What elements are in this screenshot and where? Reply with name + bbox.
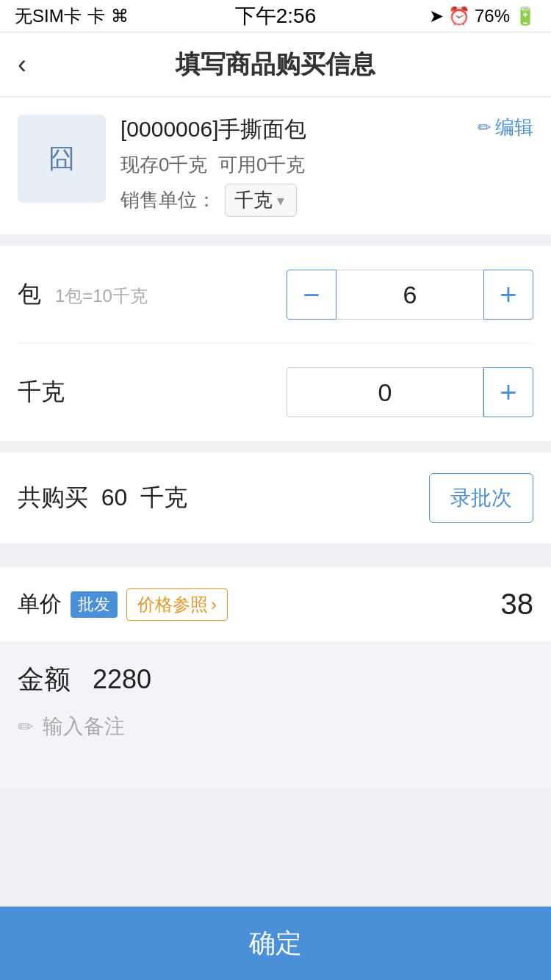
bottom-spacer [0, 788, 551, 862]
dropdown-arrow-icon: ▾ [277, 192, 284, 209]
status-time: 下午2:56 [235, 2, 317, 30]
price-reference-button[interactable]: 价格参照 › [126, 588, 228, 621]
battery-text: 76% [475, 6, 510, 26]
quantity-section: 包 1包=10千克 − 6 + 千克 0 + [0, 246, 551, 441]
carrier-text: 无SIM卡 [15, 4, 82, 28]
product-unit-row: 销售单位： 千克 ▾ [120, 184, 533, 217]
kg-quantity-control: 0 + [287, 367, 533, 417]
kg-plus-button[interactable]: + [483, 367, 533, 417]
unit-selector[interactable]: 千克 ▾ [225, 184, 297, 217]
sim-text: 卡 [87, 4, 105, 28]
edit-label: 编辑 [495, 115, 533, 140]
edit-button[interactable]: ✏ 编辑 [478, 115, 533, 140]
bag-plus-button[interactable]: + [483, 270, 533, 320]
divider-2 [0, 441, 551, 453]
status-bar: 无SIM卡 卡 ⌘ 下午2:56 ➤ ⏰ 76% 🔋 [0, 0, 551, 32]
product-name: [0000006]手撕面包 [120, 115, 533, 145]
amount-row: 金额 2280 [18, 662, 533, 698]
bag-label: 包 1包=10千克 [18, 278, 148, 311]
nav-bar: ‹ 填写商品购买信息 [0, 32, 551, 97]
kg-quantity-input[interactable]: 0 [287, 367, 483, 417]
location-icon: ➤ [429, 6, 444, 26]
price-text: 单价 [18, 589, 62, 619]
price-tag-pifa: 批发 [71, 591, 118, 618]
status-left: 无SIM卡 卡 ⌘ [15, 4, 129, 28]
price-value: 38 [501, 588, 534, 621]
bag-quantity-input[interactable]: 6 [336, 270, 483, 320]
pencil-icon: ✏ [18, 716, 34, 738]
product-thumbnail: 囧 [18, 115, 106, 203]
unit-value: 千克 [234, 187, 273, 213]
summary-section: 共购买 60 千克 录批次 [0, 453, 551, 544]
remark-placeholder: 输入备注 [43, 713, 125, 741]
divider-3 [0, 544, 551, 555]
kg-quantity-value: 0 [378, 378, 392, 407]
price-ref-arrow-icon: › [211, 594, 217, 615]
product-logo: 囧 [48, 141, 75, 177]
price-label: 单价 批发 价格参照 › [18, 588, 228, 621]
remark-row[interactable]: ✏ 输入备注 [18, 713, 533, 755]
bag-quantity-row: 包 1包=10千克 − 6 + [18, 246, 533, 344]
back-button[interactable]: ‹ [18, 49, 26, 80]
bag-minus-button[interactable]: − [287, 270, 336, 320]
product-card: 囧 [0000006]手撕面包 现存0千克 可用0千克 销售单位： 千克 ▾ ✏… [0, 97, 551, 234]
divider-1 [0, 234, 551, 246]
status-right: ➤ ⏰ 76% 🔋 [429, 6, 536, 26]
price-section: 单价 批发 价格参照 › 38 [0, 567, 551, 641]
kg-label: 千克 [18, 376, 65, 408]
product-info: [0000006]手撕面包 现存0千克 可用0千克 销售单位： 千克 ▾ [120, 115, 533, 217]
summary-amount: 60 [101, 484, 128, 511]
bag-quantity-control: − 6 + [287, 270, 533, 320]
page-title: 填写商品购买信息 [176, 48, 375, 82]
alarm-icon: ⏰ [448, 6, 470, 26]
wifi-icon: ⌘ [111, 6, 129, 26]
confirm-button[interactable]: 确定 [0, 907, 551, 980]
batch-button[interactable]: 录批次 [429, 473, 533, 523]
edit-icon: ✏ [478, 118, 491, 137]
kg-quantity-row: 千克 0 + [18, 344, 533, 441]
product-stock: 现存0千克 可用0千克 [120, 152, 533, 178]
summary-text: 共购买 60 千克 [18, 482, 187, 514]
amount-label: 金额 [18, 664, 71, 694]
amount-section: 金额 2280 ✏ 输入备注 [0, 641, 551, 788]
amount-value: 2280 [93, 664, 151, 694]
bag-hint: 1包=10千克 [55, 286, 148, 306]
bag-quantity-value: 6 [403, 281, 417, 309]
unit-label: 销售单位： [120, 187, 216, 213]
battery-icon: 🔋 [514, 6, 536, 26]
